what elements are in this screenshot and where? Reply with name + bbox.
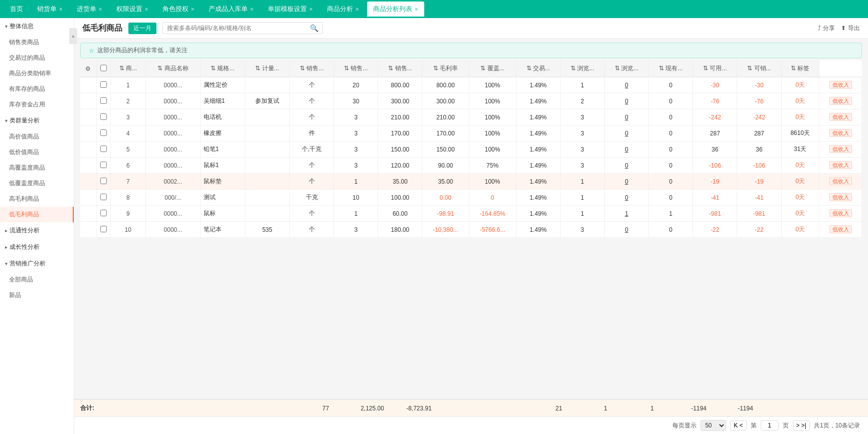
sidebar-group-overall[interactable]: ▾ 整体信息 bbox=[0, 18, 74, 35]
sidebar-group-marketing[interactable]: ▾ 营销推广分析 bbox=[0, 255, 74, 272]
row-settings[interactable] bbox=[80, 190, 96, 206]
export-btn[interactable]: ⬆ 导出 bbox=[841, 24, 860, 33]
first-page-btn[interactable]: K < bbox=[730, 420, 746, 430]
row-settings[interactable] bbox=[80, 109, 96, 125]
nav-close-sales[interactable]: ✕ bbox=[59, 7, 63, 12]
sidebar-collapse-btn[interactable]: « bbox=[69, 28, 77, 44]
th-sale-price[interactable]: ⇅ 销售... bbox=[334, 60, 378, 77]
th-browse2[interactable]: ⇅ 浏览... bbox=[604, 60, 648, 77]
row-select-checkbox[interactable] bbox=[100, 146, 107, 152]
footer-sellable-spacer bbox=[769, 405, 815, 412]
row-browse1[interactable]: 0 bbox=[604, 174, 648, 190]
row-browse1[interactable]: 1 bbox=[604, 206, 648, 222]
row-select-checkbox[interactable] bbox=[100, 162, 107, 168]
sidebar-group-flow[interactable]: ▸ 流通性分析 bbox=[0, 222, 74, 239]
th-sellable[interactable]: ⇅ 可销... bbox=[737, 60, 781, 77]
settings-icon[interactable]: ⚙ bbox=[85, 65, 91, 72]
row-settings[interactable] bbox=[80, 206, 96, 222]
nav-close-product-stock[interactable]: ✕ bbox=[250, 7, 254, 12]
select-all-checkbox[interactable] bbox=[100, 65, 107, 71]
row-settings[interactable] bbox=[80, 93, 96, 109]
row-settings[interactable] bbox=[80, 125, 96, 141]
sidebar-item-traded-goods[interactable]: 交易过的商品 bbox=[0, 50, 74, 66]
page-number-input[interactable] bbox=[761, 420, 779, 430]
sidebar-item-high-margin[interactable]: 高毛利商品 bbox=[0, 191, 74, 207]
sidebar-item-capital[interactable]: 库存资金占用 bbox=[0, 97, 74, 112]
th-tag[interactable]: ⇅ 标签 bbox=[781, 60, 819, 77]
filter-recent-month-btn[interactable]: 近一月 bbox=[128, 23, 156, 34]
nav-item-template[interactable]: 单据模板设置 ✕ bbox=[262, 2, 319, 17]
nav-item-home[interactable]: 首页 bbox=[4, 2, 29, 17]
share-btn[interactable]: ⤴ 分享 bbox=[818, 24, 835, 33]
row-browse1[interactable]: 0 bbox=[604, 125, 648, 141]
nav-close-analysis-list[interactable]: ✕ bbox=[414, 7, 418, 12]
th-unit[interactable]: ⇅ 计量... bbox=[245, 60, 289, 77]
row-name: 笔记本 bbox=[200, 222, 245, 238]
row-settings[interactable] bbox=[80, 158, 96, 174]
sidebar-item-sales-goods[interactable]: 销售类商品 bbox=[0, 35, 74, 50]
search-input[interactable] bbox=[167, 25, 310, 32]
row-browse1[interactable]: 0 bbox=[604, 158, 648, 174]
nav-close-template[interactable]: ✕ bbox=[309, 7, 313, 12]
sidebar-item-low-value[interactable]: 低价值商品 bbox=[0, 144, 74, 160]
th-current[interactable]: ⇅ 现有... bbox=[649, 60, 693, 77]
nav-item-analysis[interactable]: 商品分析 ✕ bbox=[321, 2, 365, 17]
row-select-checkbox[interactable] bbox=[100, 210, 107, 216]
sidebar-group-growth[interactable]: ▸ 成长性分析 bbox=[0, 239, 74, 255]
nav-item-permissions[interactable]: 权限设置 ✕ bbox=[110, 2, 154, 17]
sidebar-item-in-stock[interactable]: 有库存的商品 bbox=[0, 81, 74, 97]
th-name[interactable]: ⇅ 商品名称 bbox=[146, 60, 201, 77]
th-sale-profit[interactable]: ⇅ 销售... bbox=[378, 60, 422, 77]
sidebar-item-low-coverage[interactable]: 低覆盖度商品 bbox=[0, 176, 74, 191]
next-page-btn[interactable]: > >| bbox=[793, 420, 810, 430]
sidebar-item-low-margin[interactable]: 低毛利商品 bbox=[0, 207, 74, 222]
nav-item-sales[interactable]: 销货单 ✕ bbox=[31, 2, 69, 17]
row-select-checkbox[interactable] bbox=[100, 129, 107, 136]
sidebar-item-high-value[interactable]: 高价值商品 bbox=[0, 129, 74, 144]
row-settings[interactable] bbox=[80, 77, 96, 93]
th-code[interactable]: ⇅ 商... bbox=[110, 60, 146, 77]
sidebar-item-high-coverage[interactable]: 高覆盖度商品 bbox=[0, 160, 74, 176]
th-sale-qty[interactable]: ⇅ 销售... bbox=[290, 60, 334, 77]
nav-close-roles[interactable]: ✕ bbox=[191, 7, 195, 12]
row-browse1[interactable]: 0 bbox=[604, 77, 648, 93]
row-settings[interactable] bbox=[80, 222, 96, 238]
th-settings[interactable]: ⚙ bbox=[80, 60, 96, 77]
row-select-checkbox[interactable] bbox=[100, 226, 107, 232]
sidebar-item-new-goods[interactable]: 新品 bbox=[0, 287, 74, 303]
nav-item-analysis-list[interactable]: 商品分析列表 ✕ bbox=[367, 2, 424, 17]
th-browse1[interactable]: ⇅ 浏览... bbox=[560, 60, 604, 77]
page-size-select[interactable]: 50 20 100 bbox=[701, 420, 726, 431]
row-select-checkbox[interactable] bbox=[100, 194, 107, 200]
nav-close-permissions[interactable]: ✕ bbox=[144, 7, 148, 12]
nav-item-roles[interactable]: 角色授权 ✕ bbox=[156, 2, 201, 17]
footer-browse1: 1 bbox=[582, 405, 629, 412]
th-transaction[interactable]: ⇅ 交易... bbox=[516, 60, 560, 77]
sidebar-item-all-goods[interactable]: 全部商品 bbox=[0, 272, 74, 287]
row-browse1[interactable]: 0 bbox=[604, 141, 648, 158]
row-browse1[interactable]: 0 bbox=[604, 222, 648, 238]
row-settings[interactable] bbox=[80, 174, 96, 190]
nav-close-analysis[interactable]: ✕ bbox=[355, 7, 359, 12]
nav-item-product-stock[interactable]: 产成品入库单 ✕ bbox=[203, 2, 260, 17]
row-settings[interactable] bbox=[80, 141, 96, 158]
th-gross-margin[interactable]: ⇅ 毛利率 bbox=[422, 60, 469, 77]
row-select-checkbox[interactable] bbox=[100, 178, 107, 184]
th-coverage[interactable]: ⇅ 覆盖... bbox=[469, 60, 516, 77]
row-sale-qty: 30 bbox=[334, 93, 378, 109]
row-browse1[interactable]: 0 bbox=[604, 93, 648, 109]
row-browse1[interactable]: 0 bbox=[604, 190, 648, 206]
nav-close-purchase[interactable]: ✕ bbox=[98, 7, 102, 12]
nav-item-purchase[interactable]: 进货单 ✕ bbox=[71, 2, 108, 17]
sidebar-group-cluster[interactable]: ▾ 类群量分析 bbox=[0, 112, 74, 129]
footer-gross-spacer bbox=[442, 405, 489, 412]
row-select-checkbox[interactable] bbox=[100, 81, 107, 88]
th-spec[interactable]: ⇅ 规格... bbox=[200, 60, 245, 77]
sidebar-item-category-rate[interactable]: 商品分类助销率 bbox=[0, 66, 74, 81]
row-select-checkbox[interactable] bbox=[100, 113, 107, 120]
row-browse1[interactable]: 0 bbox=[604, 109, 648, 125]
search-icon[interactable]: 🔍 bbox=[310, 24, 318, 32]
row-select-checkbox[interactable] bbox=[100, 97, 107, 104]
th-available[interactable]: ⇅ 可用... bbox=[693, 60, 737, 77]
sort-icon-9: ⇅ bbox=[480, 65, 485, 72]
